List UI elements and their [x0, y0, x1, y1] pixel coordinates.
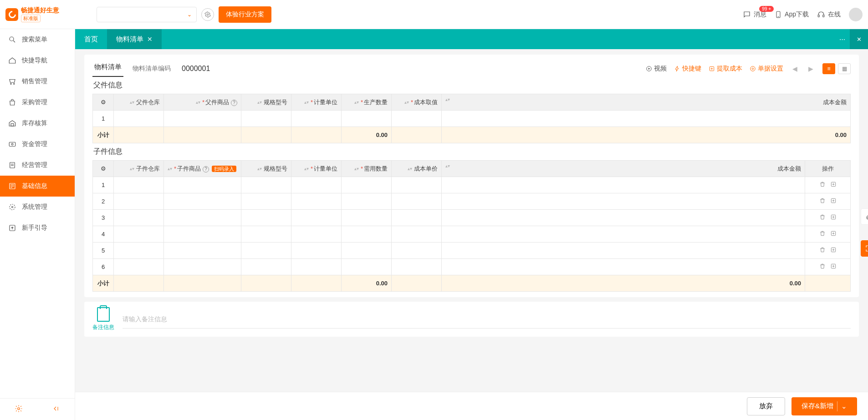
next-doc-button[interactable]: ▶: [807, 65, 815, 72]
gear-icon: [750, 66, 756, 72]
col-parent-qty[interactable]: ▴▾*生产数量: [342, 94, 392, 111]
notepad-icon: [97, 307, 110, 322]
table-row[interactable]: 1: [93, 177, 851, 193]
messages-button[interactable]: 消息 99 +: [743, 10, 766, 19]
attachment-button[interactable]: [861, 208, 868, 225]
save-and-new-button[interactable]: 保存&新增 ⌄: [791, 397, 857, 415]
app-download-button[interactable]: App下载: [775, 10, 809, 19]
fullscreen-button[interactable]: [861, 240, 868, 257]
svg-point-11: [11, 143, 13, 145]
doc-settings-button[interactable]: 单据设置: [750, 65, 783, 73]
sidebar-footer: [0, 398, 75, 420]
sidebar-item-inventory[interactable]: 库存核算: [0, 113, 75, 134]
org-selector[interactable]: ⌄: [97, 7, 197, 22]
tab-home[interactable]: 首页: [75, 29, 107, 49]
delete-row-button[interactable]: [819, 263, 826, 271]
sidebar-item-finance[interactable]: 资金管理: [0, 134, 75, 155]
chevron-down-icon[interactable]: ⌄: [841, 402, 847, 410]
sidebar-item-guide[interactable]: 新手引导: [0, 218, 75, 238]
sidebar-item-quick-nav[interactable]: 快捷导航: [0, 50, 75, 71]
tab-close-icon[interactable]: ✕: [147, 35, 153, 43]
col-parent-warehouse[interactable]: ▴▾父件仓库: [114, 94, 164, 111]
chevron-down-icon: ⌄: [187, 11, 192, 18]
sidebar-item-label: 采购管理: [22, 98, 47, 106]
view-list-button[interactable]: ≡: [822, 63, 835, 74]
sidebar-item-label: 系统管理: [22, 203, 47, 211]
col-parent-product[interactable]: ▴▾*父件商品?: [164, 94, 241, 111]
sidebar-settings-button[interactable]: [15, 405, 23, 414]
col-child-warehouse[interactable]: ▴▾子件仓库: [114, 161, 164, 177]
table-row[interactable]: 5: [93, 243, 851, 259]
table-row[interactable]: 4: [93, 226, 851, 243]
table-row[interactable]: 1: [93, 111, 851, 127]
view-card-button[interactable]: ▦: [838, 63, 851, 74]
delete-row-button[interactable]: [819, 230, 826, 238]
sidebar-item-purchase[interactable]: 采购管理: [0, 92, 75, 113]
help-icon[interactable]: ?: [231, 100, 237, 106]
column-settings-button[interactable]: ⚙: [93, 161, 114, 177]
col-parent-spec[interactable]: ▴▾规格型号: [241, 94, 291, 111]
add-row-button[interactable]: [830, 263, 837, 271]
tab-overflow-button[interactable]: ⋯: [834, 29, 850, 49]
plus-square-icon: [830, 197, 837, 204]
col-parent-cost-basis[interactable]: ▴▾*成本取值: [392, 94, 442, 111]
col-child-need-qty[interactable]: ▴▾*需用数量: [342, 161, 392, 177]
page-subtab[interactable]: 物料清单: [92, 60, 123, 77]
extract-cost-button[interactable]: 提取成本: [709, 65, 742, 73]
money-icon: [8, 140, 16, 148]
add-row-button[interactable]: [830, 181, 837, 189]
guide-icon: [8, 224, 16, 232]
sidebar-item-operations[interactable]: 经营管理: [0, 155, 75, 176]
delete-row-button[interactable]: [819, 247, 826, 254]
scan-input-badge[interactable]: 扫码录入: [212, 166, 236, 172]
search-icon: [8, 35, 16, 44]
col-child-cost-amount[interactable]: ▴▾成本金额: [442, 161, 805, 177]
experience-industry-button[interactable]: 体验行业方案: [219, 6, 271, 23]
video-help-button[interactable]: 视频: [646, 65, 667, 73]
delete-row-button[interactable]: [819, 181, 826, 189]
column-settings-button[interactable]: ⚙: [93, 94, 114, 111]
row-number: 6: [93, 259, 114, 275]
sidebar-item-search-menu[interactable]: 搜索菜单: [0, 29, 75, 50]
col-child-unit-cost[interactable]: ▴▾成本单价: [392, 161, 442, 177]
col-child-spec[interactable]: ▴▾规格型号: [241, 161, 291, 177]
sidebar-item-label: 基础信息: [22, 182, 47, 190]
tab-bom[interactable]: 物料清单 ✕: [107, 29, 162, 49]
plus-square-icon: [830, 247, 837, 253]
add-row-button[interactable]: [830, 230, 837, 238]
remark-icon-block: 备注信息: [92, 307, 114, 331]
remark-input[interactable]: [123, 310, 851, 329]
col-parent-cost-amount[interactable]: ▴▾成本金额: [442, 94, 851, 111]
trash-icon: [819, 214, 826, 220]
bill-code-value: 0000001: [182, 65, 210, 73]
svg-point-0: [207, 14, 209, 15]
delete-row-button[interactable]: [819, 197, 826, 205]
col-parent-unit[interactable]: ▴▾*计量单位: [291, 94, 342, 111]
col-child-product[interactable]: ▴▾*子件商品?扫码录入: [164, 161, 241, 177]
svg-line-6: [13, 40, 15, 42]
delete-row-button[interactable]: [819, 214, 826, 222]
add-row-button[interactable]: [830, 214, 837, 222]
help-icon[interactable]: ?: [203, 166, 209, 172]
org-settings-button[interactable]: [201, 8, 214, 21]
trash-icon: [819, 197, 826, 204]
tab-close-all-button[interactable]: ✕: [850, 29, 868, 49]
discard-button[interactable]: 放弃: [747, 397, 785, 415]
prev-doc-button[interactable]: ◀: [791, 65, 799, 72]
online-support-button[interactable]: 在线: [817, 10, 841, 19]
col-child-unit[interactable]: ▴▾*计量单位: [291, 161, 342, 177]
sidebar-item-basic-info[interactable]: 基础信息: [0, 176, 75, 197]
add-row-button[interactable]: [830, 197, 837, 205]
sidebar-item-label: 经营管理: [22, 161, 47, 169]
table-row[interactable]: 6: [93, 259, 851, 275]
table-row[interactable]: 3: [93, 210, 851, 226]
table-row[interactable]: 2: [93, 193, 851, 210]
sidebar-item-system[interactable]: 系统管理: [0, 197, 75, 218]
sidebar-item-sales[interactable]: 销售管理: [0, 71, 75, 92]
shortcut-button[interactable]: 快捷键: [674, 65, 701, 73]
add-row-button[interactable]: [830, 247, 837, 254]
parent-section-title: 父件信息: [92, 77, 851, 94]
user-avatar[interactable]: [849, 8, 863, 21]
tab-label: 首页: [84, 35, 98, 44]
sidebar-collapse-button[interactable]: [51, 405, 61, 414]
